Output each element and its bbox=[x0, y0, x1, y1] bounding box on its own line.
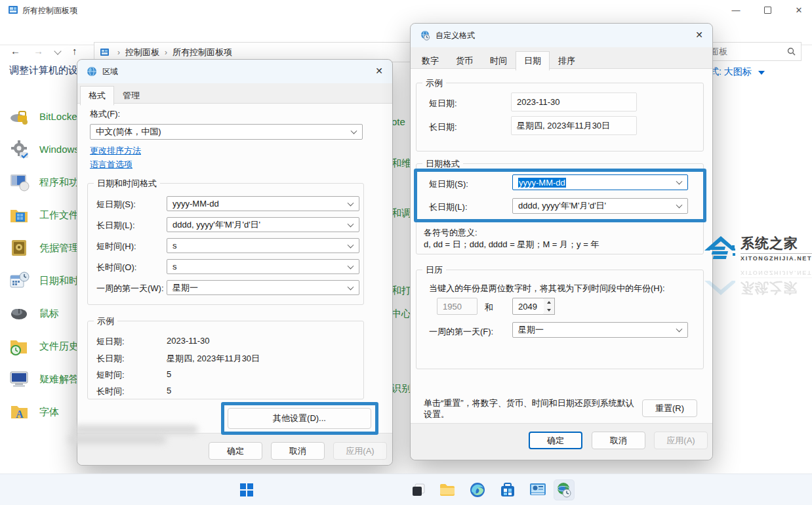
forward-icon[interactable]: → bbox=[33, 45, 43, 56]
year-from-field: 1950 bbox=[437, 298, 477, 315]
cancel-button[interactable]: 取消 bbox=[271, 442, 325, 460]
microsoft-store-button[interactable] bbox=[497, 479, 518, 500]
example-long-date-label: 长日期: bbox=[96, 353, 125, 365]
ok-button[interactable]: 确定 bbox=[529, 432, 582, 449]
customize-dialog-title: 自定义格式 bbox=[436, 30, 475, 41]
close-icon[interactable]: ✕ bbox=[695, 30, 703, 40]
tab-administrative[interactable]: 管理 bbox=[114, 86, 148, 106]
credential-manager-icon bbox=[9, 237, 30, 258]
task-view-button[interactable] bbox=[408, 479, 429, 500]
datetime-format-group-title: 日期和时间格式 bbox=[94, 178, 160, 190]
crumb-separator: › bbox=[165, 48, 167, 57]
conjunction-label: 和 bbox=[485, 302, 493, 313]
spinner-down-icon[interactable] bbox=[544, 306, 554, 314]
example-long-date-field[interactable]: 星期四, 2023年11月30日 bbox=[511, 116, 637, 135]
format-label: 格式(F): bbox=[90, 108, 120, 120]
screen: 所有控制面板项 — ✕ ← → ↑ › 控制面板 › 所有控制面板项 搜索控制面… bbox=[0, 0, 812, 505]
watermark-subtitle: XITONGZHIJIA.NET bbox=[741, 253, 812, 262]
window-title: 所有控制面板项 bbox=[22, 5, 77, 16]
window-titlebar: 所有控制面板项 — ✕ bbox=[0, 0, 812, 20]
long-date-combobox[interactable]: dddd, yyyy'年'M'月'd'日' bbox=[512, 198, 688, 214]
chevron-down-icon bbox=[348, 220, 354, 227]
tab-numbers[interactable]: 数字 bbox=[413, 51, 447, 71]
cpl-item-fonts[interactable]: A 字体 bbox=[9, 400, 59, 424]
calendar-group-title: 日历 bbox=[422, 264, 446, 276]
first-day-combobox[interactable]: 星期一 bbox=[167, 280, 359, 295]
long-date-combobox[interactable]: dddd, yyyy'年'M'月'd'日' bbox=[167, 217, 359, 232]
watermark: 系统之家 XITONGZHIJIA.NET 系统之家 XITONGZHIJIA.… bbox=[703, 231, 812, 300]
year-to-field[interactable]: 2049 bbox=[512, 298, 544, 315]
ok-button[interactable]: 确定 bbox=[209, 442, 262, 460]
chevron-down-icon bbox=[758, 71, 765, 75]
display-settings-icon bbox=[529, 481, 546, 498]
cpl-item-mouse[interactable]: 鼠标 bbox=[9, 302, 59, 325]
watermark-title: 系统之家 bbox=[741, 234, 812, 253]
breadcrumb-control-panel[interactable]: 控制面板 bbox=[125, 47, 159, 58]
first-day-combobox[interactable]: 星期一 bbox=[512, 322, 688, 338]
edge-button[interactable] bbox=[467, 479, 488, 500]
globe-icon bbox=[87, 66, 97, 77]
control-panel-icon bbox=[8, 5, 18, 15]
example-long-time-value: 5 bbox=[167, 386, 171, 395]
file-explorer-button[interactable] bbox=[437, 479, 458, 500]
example-short-date-field[interactable]: 2023-11-30 bbox=[511, 92, 637, 111]
bg-fragment: 和调 bbox=[392, 207, 411, 220]
other-settings-button[interactable]: 其他设置(D)... bbox=[228, 408, 371, 429]
page-heading: 调整计算机的设置 bbox=[9, 64, 88, 77]
up-icon[interactable]: ↑ bbox=[72, 45, 77, 56]
taskbar: 搜索 bbox=[0, 474, 812, 505]
tab-sort[interactable]: 排序 bbox=[550, 51, 584, 71]
spinner-up-icon[interactable] bbox=[544, 298, 554, 306]
breadcrumb-all-items[interactable]: 所有控制面板项 bbox=[173, 47, 232, 58]
region-app-button[interactable] bbox=[554, 479, 575, 500]
gear-icon bbox=[9, 139, 30, 160]
back-icon[interactable]: ← bbox=[10, 45, 20, 56]
example-short-date-label: 短日期: bbox=[429, 98, 457, 110]
short-date-label: 短日期(S): bbox=[429, 178, 468, 190]
blur-smudge bbox=[68, 435, 167, 444]
control-panel-app-button[interactable] bbox=[527, 479, 548, 500]
reset-button[interactable]: 重置(R) bbox=[642, 399, 697, 417]
history-chevron-icon[interactable] bbox=[54, 47, 61, 54]
apply-button: 应用(A) bbox=[333, 442, 387, 460]
tab-time[interactable]: 时间 bbox=[481, 51, 516, 71]
example-short-time-label: 短时间: bbox=[96, 369, 125, 381]
chevron-down-icon bbox=[676, 326, 683, 333]
change-sort-link[interactable]: 更改排序方法 bbox=[90, 145, 141, 157]
format-combobox[interactable]: 中文(简体，中国) bbox=[90, 124, 363, 140]
bg-fragment: ote bbox=[392, 116, 411, 127]
long-date-label: 长日期(L): bbox=[429, 201, 468, 213]
tab-date[interactable]: 日期 bbox=[516, 51, 550, 71]
close-button[interactable]: ✕ bbox=[784, 0, 812, 20]
short-date-combobox[interactable]: yyyy-MM-dd bbox=[512, 174, 688, 190]
minimize-button[interactable]: — bbox=[721, 0, 750, 20]
chevron-down-icon bbox=[348, 283, 354, 290]
example-short-time-value: 5 bbox=[167, 369, 171, 379]
short-date-combobox[interactable]: yyyy-MM-dd bbox=[167, 196, 359, 211]
fonts-icon: A bbox=[9, 401, 30, 422]
programs-icon bbox=[9, 172, 30, 193]
maximize-button[interactable] bbox=[753, 0, 782, 20]
short-time-label: 短时间(H): bbox=[96, 241, 136, 253]
troubleshooting-icon bbox=[9, 369, 30, 390]
start-button[interactable] bbox=[236, 479, 257, 500]
mouse-icon bbox=[9, 303, 30, 324]
tab-currency[interactable]: 货币 bbox=[447, 51, 481, 71]
cancel-button[interactable]: 取消 bbox=[592, 432, 645, 449]
chevron-down-icon bbox=[351, 128, 357, 134]
task-view-icon bbox=[411, 483, 426, 497]
cpl-item-troubleshooting[interactable]: 疑难解答 bbox=[9, 367, 79, 391]
example-long-date-value: 星期四, 2023年11月30日 bbox=[167, 353, 260, 365]
watermark-house-icon bbox=[703, 231, 735, 265]
long-time-combobox[interactable]: s bbox=[167, 259, 359, 274]
folder-icon bbox=[439, 481, 456, 498]
apply-button: 应用(A) bbox=[654, 432, 708, 449]
year-spinner[interactable] bbox=[544, 298, 555, 315]
close-icon[interactable]: ✕ bbox=[375, 66, 383, 76]
example-group-title: 示例 bbox=[422, 77, 446, 89]
chevron-down-icon bbox=[348, 262, 354, 269]
tab-format[interactable]: 格式 bbox=[80, 86, 114, 106]
language-preferences-link[interactable]: 语言首选项 bbox=[90, 159, 132, 171]
short-time-combobox[interactable]: s bbox=[167, 238, 359, 253]
short-date-label: 短日期(S): bbox=[96, 199, 136, 211]
